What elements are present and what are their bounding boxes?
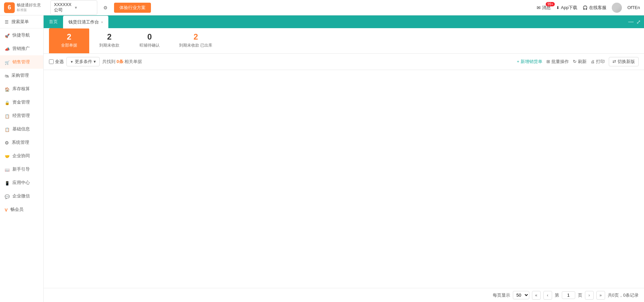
logo: 6 畅捷通好生意 标准版: [4, 2, 48, 13]
sidebar-search-label: 搜索菜单: [11, 19, 29, 25]
avatar-image: [612, 3, 622, 13]
found-count: 0条: [117, 59, 123, 64]
sidebar-item-basics[interactable]: 基础信息: [0, 122, 43, 136]
sidebar-item-inventory[interactable]: 库存核算: [0, 82, 43, 96]
batch-label: 批量操作: [551, 59, 569, 65]
toolbar: 全选 更多条件 ▾ 共找到 0条 相关单据 + 新增销货单 批量操作 刷新: [44, 54, 644, 70]
filter-dropdown-icon: ▾: [94, 59, 96, 64]
filter-icon: [70, 59, 73, 64]
print-button[interactable]: 打印: [591, 59, 605, 65]
sidebar-item-label: 基础信息: [12, 126, 30, 132]
username-text: OfTEn: [627, 5, 640, 10]
service-icon: [583, 5, 588, 10]
sidebar-item-sales[interactable]: 销售管理: [0, 55, 43, 69]
avatar[interactable]: [612, 3, 622, 13]
filter-button[interactable]: 更多条件 ▾: [66, 57, 100, 66]
refresh-label: 刷新: [578, 59, 587, 65]
last-page-button[interactable]: »: [596, 291, 605, 300]
user-name[interactable]: OfTEn: [627, 5, 640, 10]
settings-button[interactable]: [100, 2, 111, 13]
sidebar-item-marketing[interactable]: 营销推广: [0, 42, 43, 55]
stats-tab-overdue-shipped[interactable]: 2 到期未收款 已出库: [170, 28, 222, 53]
page-unit: 页: [578, 292, 582, 298]
message-icon: [537, 5, 541, 10]
download-icon: [556, 5, 559, 10]
switch-icon: [612, 59, 616, 64]
prev-page-button[interactable]: ‹: [543, 291, 552, 300]
page-label: 第: [555, 292, 559, 298]
switch-label: 切换新版: [618, 59, 635, 65]
sidebar-item-label: 新手引导: [12, 166, 30, 172]
table-area: [44, 70, 644, 288]
app-download-label: App下载: [561, 5, 577, 11]
vip-icon: [5, 207, 8, 213]
toolbar-right: + 新增销货单 批量操作 刷新 打印 切换新版: [517, 57, 639, 66]
all-count: 2: [67, 32, 71, 42]
per-page-select[interactable]: 50: [513, 291, 529, 299]
company-selector[interactable]: XXXXXX公司 ▾: [50, 0, 97, 15]
trial-button[interactable]: 体验行业方案: [114, 3, 151, 13]
sidebar-item-capital[interactable]: 资金管理: [0, 96, 43, 109]
all-label: 全部单据: [61, 43, 77, 48]
refresh-button[interactable]: 刷新: [573, 59, 587, 65]
tab-close-button[interactable]: ×: [101, 20, 103, 24]
sidebar-item-label: 畅会员: [10, 206, 23, 213]
tab-home[interactable]: 首页: [44, 15, 63, 28]
quick-nav-icon: [5, 33, 10, 38]
sidebar-item-label: 采购管理: [11, 72, 29, 78]
sidebar-item-vip[interactable]: 畅会员: [0, 203, 43, 216]
sidebar-item-label: 企业协同: [12, 153, 30, 159]
sidebar-item-purchase[interactable]: 采购管理: [0, 69, 43, 82]
batch-button[interactable]: 批量操作: [546, 59, 569, 65]
main-content: 2 全部单据 2 到期未收款 0 旺辅待确认 2 到期未收款 已出库 全选 更多…: [44, 28, 644, 302]
sidebar-item-system[interactable]: 系统管理: [0, 136, 43, 149]
sidebar-search[interactable]: 搜索菜单: [0, 15, 43, 28]
select-all-text: 全选: [55, 59, 64, 65]
stats-tab-overdue[interactable]: 2 到期未收款: [89, 28, 129, 53]
top-bar: 6 畅捷通好生意 标准版 XXXXXX公司 ▾ 体验行业方案 消息 99+ Ap…: [0, 0, 644, 15]
select-all-label[interactable]: 全选: [49, 59, 64, 65]
page-input[interactable]: [562, 291, 575, 299]
tab-workbench-label: 钱货日清工作台: [68, 19, 99, 25]
logo-text: 畅捷通好生意: [17, 3, 41, 8]
pagination-bar: 每页显示 50 « ‹ 第 页 › » 共0页，0条记录: [44, 288, 644, 302]
first-page-button[interactable]: «: [532, 291, 541, 300]
new-order-button[interactable]: + 新增销货单: [517, 59, 542, 65]
switch-version-button[interactable]: 切换新版: [609, 57, 639, 66]
overdue-label: 到期未收款: [99, 43, 119, 48]
sidebar-item-guide[interactable]: 新手引导: [0, 163, 43, 176]
marketing-icon: [5, 46, 10, 52]
total-info: 共0页，0条记录: [608, 292, 639, 298]
sidebar-item-app-center[interactable]: 应用中心: [0, 176, 43, 189]
tab-minimize-button[interactable]: —: [628, 19, 634, 25]
logo-icon: 6: [4, 2, 15, 13]
select-all-checkbox[interactable]: [49, 59, 54, 64]
sales-icon: [5, 59, 10, 65]
menu-icon: [5, 19, 9, 24]
sidebar-item-label: 销售管理: [12, 59, 30, 65]
sidebar-item-label: 系统管理: [12, 139, 29, 145]
sidebar-item-wechat[interactable]: 企业微信: [0, 189, 43, 203]
online-service-button[interactable]: 在线客服: [583, 5, 606, 11]
stats-tab-all[interactable]: 2 全部单据: [49, 28, 89, 53]
sidebar-item-label: 库存核算: [12, 86, 30, 92]
app-download-button[interactable]: App下载: [556, 5, 577, 11]
tab-workbench[interactable]: 钱货日清工作台 ×: [63, 16, 108, 28]
sidebar-item-label: 企业微信: [12, 193, 30, 199]
overdue-count: 2: [107, 32, 111, 42]
found-suffix: 相关单据: [124, 59, 142, 64]
next-page-button[interactable]: ›: [585, 291, 594, 300]
basics-icon: [5, 126, 10, 132]
service-label: 在线客服: [589, 5, 606, 11]
message-button[interactable]: 消息 99+: [537, 5, 551, 11]
tab-bar-actions: — ⤢: [628, 19, 644, 25]
per-page-label: 每页显示: [493, 292, 510, 298]
sidebar-item-enterprise[interactable]: 企业协同: [0, 149, 43, 163]
wechat-icon: [5, 193, 10, 199]
sidebar-item-quick-nav[interactable]: 快捷导航: [0, 28, 43, 42]
sidebar-item-operations[interactable]: 经营管理: [0, 109, 43, 122]
capital-icon: [5, 100, 10, 105]
stats-tab-wangwang[interactable]: 0 旺辅待确认: [129, 28, 170, 53]
sidebar-item-label: 快捷导航: [12, 32, 30, 38]
tab-expand-button[interactable]: ⤢: [636, 19, 641, 25]
